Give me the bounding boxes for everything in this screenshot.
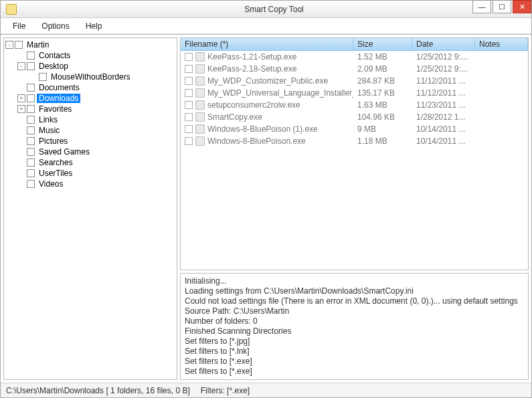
tree-checkbox[interactable] (27, 159, 35, 167)
file-name: My_WDP_Universal_Language_Installer_Publ… (207, 88, 353, 98)
file-row[interactable]: setupconsumerc2rolw.exe1.63 MB11/23/2011… (181, 99, 528, 111)
tree-node[interactable]: Contacts (17, 50, 175, 61)
tree-node-label[interactable]: Music (37, 126, 62, 135)
tree-checkbox[interactable] (27, 52, 35, 60)
tree-node[interactable]: Videos (17, 179, 175, 189)
log-line: Finished Scanning Directories (185, 326, 524, 336)
file-checkbox[interactable] (185, 89, 193, 97)
tree-checkbox[interactable] (39, 73, 47, 81)
file-icon (195, 52, 205, 62)
file-checkbox[interactable] (185, 77, 193, 85)
tree-node[interactable]: +Favorites (17, 104, 175, 114)
column-filename[interactable]: Filename (*) (181, 38, 353, 50)
column-date[interactable]: Date (412, 38, 475, 50)
minus-icon[interactable]: - (17, 62, 25, 70)
tree-node-label[interactable]: Downloads (37, 94, 80, 103)
log-line: Initialising... (185, 276, 524, 286)
tree-checkbox[interactable] (27, 84, 35, 92)
file-date: 10/14/2011 ... (412, 124, 475, 134)
tree-node-label[interactable]: MouseWithoutBorders (49, 72, 132, 82)
tree-node-label[interactable]: Martin (25, 40, 51, 49)
tree-node-label[interactable]: Contacts (37, 51, 72, 60)
tree-checkbox[interactable] (15, 41, 23, 49)
file-notes (475, 136, 528, 146)
file-size: 9 MB (353, 124, 412, 134)
log-panel[interactable]: Initialising...Loading settings from C:\… (180, 273, 529, 380)
file-row[interactable]: My_WDP_Universal_Language_Installer_Publ… (181, 87, 528, 99)
file-size: 135.17 KB (353, 88, 412, 98)
file-row[interactable]: My_WDP_Customizer_Public.exe284.87 KB11/… (181, 75, 528, 87)
tree-node-label[interactable]: Pictures (37, 136, 70, 146)
file-row[interactable]: Windows-8-BluePoison (1).exe9 MB10/14/20… (181, 123, 528, 135)
maximize-button[interactable]: ☐ (493, 0, 511, 13)
tree-checkbox[interactable] (27, 180, 35, 188)
menu-file[interactable]: File (6, 20, 32, 32)
tree-node-label[interactable]: Videos (37, 179, 65, 189)
tree-node-label[interactable]: Searches (37, 158, 75, 167)
file-checkbox[interactable] (185, 125, 193, 133)
plus-icon[interactable]: + (17, 105, 25, 113)
window-buttons: — ☐ ✕ (471, 0, 531, 13)
tree-checkbox[interactable] (27, 126, 35, 134)
close-button[interactable]: ✕ (513, 0, 531, 13)
tree-node[interactable]: +Downloads (17, 93, 175, 104)
tree-checkbox[interactable] (27, 105, 35, 113)
tree-node-root[interactable]: - Martin (5, 39, 175, 50)
tree-node[interactable]: Searches (17, 157, 175, 168)
tree-checkbox[interactable] (27, 94, 35, 102)
minimize-button[interactable]: — (472, 0, 491, 13)
tree-node[interactable]: UserTiles (17, 168, 175, 179)
tree-checkbox[interactable] (27, 137, 35, 145)
log-line: Number of folders: 0 (185, 316, 524, 326)
file-row[interactable]: Windows-8-BluePoison.exe1.18 MB10/14/201… (181, 135, 528, 147)
tree-node[interactable]: MouseWithoutBorders (29, 72, 175, 82)
tree-node[interactable]: Pictures (17, 136, 175, 146)
tree-checkbox[interactable] (27, 116, 35, 124)
tree-checkbox[interactable] (27, 169, 35, 177)
menu-options[interactable]: Options (35, 20, 76, 32)
tree-node-label[interactable]: Favorites (37, 104, 74, 114)
tree-node-label[interactable]: Saved Games (37, 147, 92, 157)
tree-checkbox[interactable] (27, 62, 35, 70)
expand-icon[interactable]: - (5, 41, 13, 49)
file-checkbox[interactable] (185, 65, 193, 73)
tree-node-label[interactable]: Documents (37, 83, 82, 92)
file-checkbox[interactable] (185, 53, 193, 61)
file-row[interactable]: KeePass-1.21-Setup.exe1.52 MB1/25/2012 9… (181, 51, 528, 63)
file-notes (475, 112, 528, 122)
tree-node[interactable]: -Desktop (17, 61, 175, 72)
tree-node[interactable]: Documents (17, 82, 175, 93)
tree-checkbox[interactable] (27, 148, 35, 156)
file-size: 1.18 MB (353, 136, 412, 146)
folder-tree[interactable]: - Martin Contacts-DesktopMouseWithoutBor… (3, 37, 177, 380)
file-icon (195, 136, 205, 146)
file-name: setupconsumerc2rolw.exe (207, 100, 300, 110)
file-checkbox[interactable] (185, 101, 193, 109)
log-line: Could not load settings file (There is a… (185, 296, 524, 306)
column-size[interactable]: Size (353, 38, 412, 50)
content-area: - Martin Contacts-DesktopMouseWithoutBor… (1, 34, 531, 383)
file-date: 10/14/2011 ... (412, 136, 475, 146)
file-checkbox[interactable] (185, 137, 193, 145)
file-list[interactable]: Filename (*) Size Date Notes KeePass-1.2… (180, 37, 529, 270)
tree-node-label[interactable]: Links (37, 115, 60, 124)
titlebar[interactable]: Smart Copy Tool — ☐ ✕ (1, 1, 531, 18)
tree-node[interactable]: Saved Games (17, 146, 175, 157)
file-name: SmartCopy.exe (207, 112, 262, 122)
file-notes (475, 100, 528, 110)
file-date: 11/23/2011 ... (412, 100, 475, 110)
tree-node-label[interactable]: UserTiles (37, 169, 74, 178)
plus-icon[interactable]: + (17, 94, 25, 102)
tree-node[interactable]: Music (17, 125, 175, 136)
file-notes (475, 124, 528, 134)
file-row[interactable]: SmartCopy.exe104.96 KB1/28/2012 1... (181, 111, 528, 123)
tree-node-label[interactable]: Desktop (37, 62, 70, 71)
log-line: Set filters to [*.lnk] (185, 346, 524, 357)
menu-help[interactable]: Help (79, 20, 109, 32)
tree-node[interactable]: Links (17, 114, 175, 125)
file-checkbox[interactable] (185, 113, 193, 121)
file-name: Windows-8-BluePoison.exe (207, 136, 306, 146)
file-row[interactable]: KeePass-2.18-Setup.exe2.09 MB1/25/2012 9… (181, 63, 528, 75)
file-size: 284.87 KB (353, 76, 412, 86)
column-notes[interactable]: Notes (475, 38, 528, 50)
